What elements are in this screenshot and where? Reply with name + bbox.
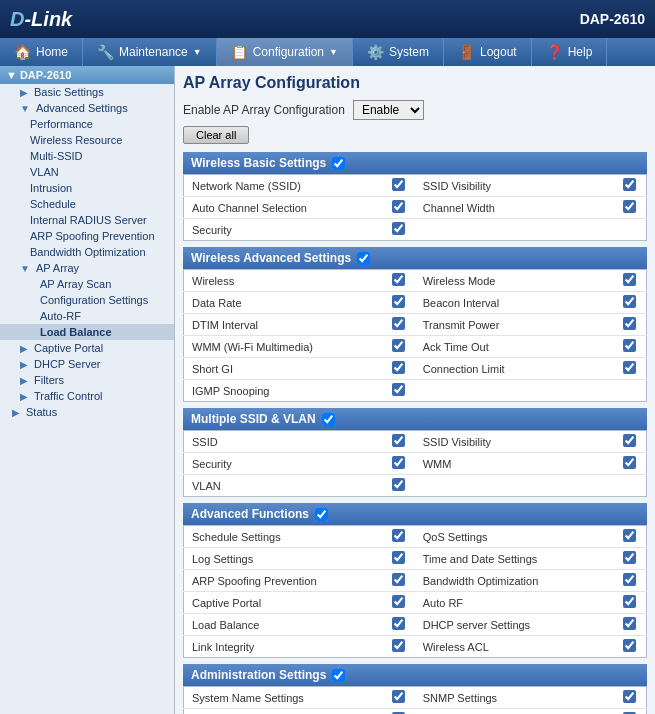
cb-transmit-power[interactable] (623, 317, 636, 330)
cb-load-balance[interactable] (392, 617, 405, 630)
label-security2: Security (184, 453, 383, 475)
cb-ssid-visibility2[interactable] (623, 434, 636, 447)
nav-logout[interactable]: 🚪 Logout (444, 38, 532, 66)
table-row: Wireless Wireless Mode (184, 270, 647, 292)
cb-igmp-snooping[interactable] (392, 383, 405, 396)
cb-beacon-interval[interactable] (623, 295, 636, 308)
cb-security[interactable] (392, 222, 405, 235)
label-link-integrity: Link Integrity (184, 636, 383, 658)
label-wireless: Wireless (184, 270, 383, 292)
sidebar-item-ap-array-scan[interactable]: AP Array Scan (0, 276, 174, 292)
sidebar-item-dhcp-server[interactable]: ▶ DHCP Server (0, 356, 174, 372)
label-console-settings: Console Settings (415, 709, 614, 715)
wireless-advanced-settings-section: Wireless Advanced Settings Wireless Wire… (183, 247, 647, 402)
cb-wmm2[interactable] (623, 456, 636, 469)
sidebar-item-config-settings[interactable]: Configuration Settings (0, 292, 174, 308)
multiple-ssid-vlan-checkbox[interactable] (322, 413, 335, 426)
wireless-basic-settings-checkbox[interactable] (332, 157, 345, 170)
label-schedule-settings: Schedule Settings (184, 526, 383, 548)
sidebar-item-auto-rf[interactable]: Auto-RF (0, 308, 174, 324)
nav-system[interactable]: ⚙️ System (353, 38, 444, 66)
cb-wmm[interactable] (392, 339, 405, 352)
wireless-advanced-settings-label: Wireless Advanced Settings (191, 251, 351, 265)
administration-settings-checkbox[interactable] (332, 669, 345, 682)
sidebar-item-advanced-settings[interactable]: ▼ Advanced Settings (0, 100, 174, 116)
table-row: ARP Spoofing Prevention Bandwidth Optimi… (184, 570, 647, 592)
cb-log-settings[interactable] (392, 551, 405, 564)
table-row: Security (184, 219, 647, 241)
cb-ack-time-out[interactable] (623, 339, 636, 352)
cb-auto-channel[interactable] (392, 200, 405, 213)
label-snmp-settings: SNMP Settings (415, 687, 614, 709)
table-row: System Name Settings SNMP Settings (184, 687, 647, 709)
cb-ssid[interactable] (392, 434, 405, 447)
cb-security2[interactable] (392, 456, 405, 469)
sidebar-item-arp-spoofing[interactable]: ARP Spoofing Prevention (0, 228, 174, 244)
table-row: IGMP Snooping (184, 380, 647, 402)
cb-link-integrity[interactable] (392, 639, 405, 652)
label-channel-width: Channel Width (415, 197, 614, 219)
cb-system-name-settings[interactable] (392, 690, 405, 703)
cb-channel-width[interactable] (623, 200, 636, 213)
clear-all-button[interactable]: Clear all (183, 126, 249, 144)
sidebar-item-internal-radius[interactable]: Internal RADIUS Server (0, 212, 174, 228)
sidebar-item-multi-ssid[interactable]: Multi-SSID (0, 148, 174, 164)
sidebar-item-performance[interactable]: Performance (0, 116, 174, 132)
sidebar-item-bandwidth-opt[interactable]: Bandwidth Optimization (0, 244, 174, 260)
cb-dtim-interval[interactable] (392, 317, 405, 330)
sidebar-item-vlan[interactable]: VLAN (0, 164, 174, 180)
expand-icon: ▼ (20, 263, 30, 274)
nav-maintenance[interactable]: 🔧 Maintenance ▼ (83, 38, 217, 66)
expand-icon: ▶ (20, 87, 28, 98)
cb-snmp-settings[interactable] (623, 690, 636, 703)
label-empty3 (415, 475, 614, 497)
cb-connection-limit[interactable] (623, 361, 636, 374)
sidebar-item-intrusion[interactable]: Intrusion (0, 180, 174, 196)
cb-captive-portal[interactable] (392, 595, 405, 608)
cb-qos-settings[interactable] (623, 529, 636, 542)
cb-schedule-settings[interactable] (392, 529, 405, 542)
config-enable-row: Enable AP Array Configuration Enable Dis… (183, 100, 647, 120)
sidebar-item-schedule[interactable]: Schedule (0, 196, 174, 212)
top-header: D-Link DAP-2610 (0, 0, 655, 38)
configuration-icon: 📋 (231, 44, 248, 60)
sidebar-item-traffic-control[interactable]: ▶ Traffic Control (0, 388, 174, 404)
cb-vlan[interactable] (392, 478, 405, 491)
cb-data-rate[interactable] (392, 295, 405, 308)
model-name: DAP-2610 (580, 11, 645, 27)
nav-home[interactable]: 🏠 Home (0, 38, 83, 66)
cb-ssid-visibility[interactable] (623, 178, 636, 191)
nav-help[interactable]: ❓ Help (532, 38, 608, 66)
cb-wireless-acl[interactable] (623, 639, 636, 652)
cb-wireless[interactable] (392, 273, 405, 286)
sidebar-item-captive-portal[interactable]: ▶ Captive Portal (0, 340, 174, 356)
cb-network-name[interactable] (392, 178, 405, 191)
sidebar-item-status[interactable]: ▶ Status (0, 404, 174, 420)
sidebar-item-ap-array[interactable]: ▼ AP Array (0, 260, 174, 276)
label-auto-channel: Auto Channel Selection (184, 197, 383, 219)
sidebar-root[interactable]: ▼ DAP-2610 (0, 66, 174, 84)
sidebar-item-basic-settings[interactable]: ▶ Basic Settings (0, 84, 174, 100)
label-data-rate: Data Rate (184, 292, 383, 314)
label-connection-limit: Connection Limit (415, 358, 614, 380)
sidebar-item-load-balance[interactable]: Load Balance (0, 324, 174, 340)
cb-wireless-mode[interactable] (623, 273, 636, 286)
label-ack-time-out: Ack Time Out (415, 336, 614, 358)
cb-time-date-settings[interactable] (623, 551, 636, 564)
enable-select[interactable]: Enable Disable (353, 100, 424, 120)
cb-short-gi[interactable] (392, 361, 405, 374)
cb-dhcp-server-settings[interactable] (623, 617, 636, 630)
table-row: SSID SSID Visibility (184, 431, 647, 453)
label-dtim-interval: DTIM Interval (184, 314, 383, 336)
advanced-functions-checkbox[interactable] (315, 508, 328, 521)
cb-arp-spoofing[interactable] (392, 573, 405, 586)
sidebar-item-wireless-resource[interactable]: Wireless Resource (0, 132, 174, 148)
cb-bandwidth-opt[interactable] (623, 573, 636, 586)
label-ssid-visibility: SSID Visibility (415, 175, 614, 197)
wireless-advanced-settings-checkbox[interactable] (357, 252, 370, 265)
label-beacon-interval: Beacon Interval (415, 292, 614, 314)
cb-auto-rf[interactable] (623, 595, 636, 608)
logout-icon: 🚪 (458, 44, 475, 60)
sidebar-item-filters[interactable]: ▶ Filters (0, 372, 174, 388)
nav-configuration[interactable]: 📋 Configuration ▼ (217, 38, 353, 66)
